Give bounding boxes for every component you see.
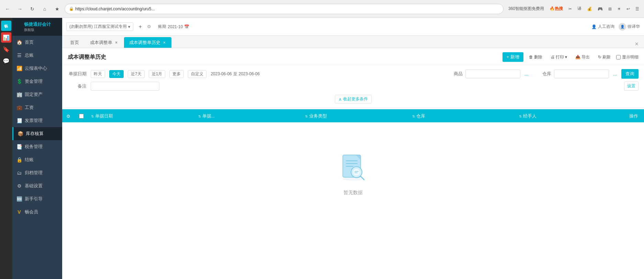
- sidebar-label-vip: 畅会员: [25, 209, 38, 215]
- ledger-icon: ☰: [16, 53, 22, 58]
- image-tool[interactable]: 360智能抠图免费用: [506, 5, 546, 13]
- sidebar-item-reports[interactable]: 📶 云报表中心: [12, 62, 62, 75]
- company-selector[interactable]: (勿删勿禁用) 江西服宝测试专用 ▾: [66, 22, 133, 31]
- sidebar-label-tax: 税务管理: [25, 144, 43, 150]
- warehouse-dots[interactable]: ...: [613, 71, 617, 77]
- display-checkbox[interactable]: [616, 55, 621, 59]
- sidebar-item-fixed-assets[interactable]: 🏢 固定资产: [12, 88, 62, 101]
- hot-search[interactable]: 🔥热搜: [547, 5, 565, 13]
- calendar-icon[interactable]: 📅: [184, 24, 189, 29]
- window-close-button[interactable]: ×: [632, 41, 641, 48]
- sidebar-label-reports: 云报表中心: [25, 65, 47, 71]
- back-button[interactable]: ←: [3, 4, 12, 14]
- th-biz-type[interactable]: ⇅ 业务类型: [302, 113, 409, 119]
- th-number-label: 单据...: [202, 113, 215, 119]
- refresh-button[interactable]: ↻ 刷新: [595, 53, 613, 62]
- date-separator: 至: [233, 71, 237, 77]
- remark-input[interactable]: [91, 82, 159, 91]
- goods-dots[interactable]: ...: [524, 71, 529, 77]
- date-btn-1month[interactable]: 近1月: [149, 70, 166, 78]
- remark-filter-label: 备注: [68, 83, 87, 89]
- column-settings-icon[interactable]: ⚙: [66, 114, 70, 119]
- bookmark-button[interactable]: ★: [52, 4, 62, 14]
- sidebar-logo-sub: 旗舰版: [24, 27, 51, 32]
- gold-tool[interactable]: 💰: [585, 5, 594, 12]
- tab-cost-adjust-close[interactable]: ×: [114, 40, 118, 45]
- th-number[interactable]: ⇅ 单据...: [195, 113, 303, 119]
- inventory-icon: 📦: [18, 131, 23, 136]
- user-menu[interactable]: 👤 徐译华: [619, 23, 640, 31]
- tab-cost-adjust[interactable]: 成本调整单 ×: [85, 37, 123, 48]
- tab-home[interactable]: 首页: [65, 37, 84, 48]
- grid-tool[interactable]: ⊞: [606, 5, 614, 12]
- th-handler[interactable]: ⇅ 经手人: [516, 113, 623, 119]
- goods-filter-label: 商品: [444, 71, 463, 77]
- menu-tool[interactable]: ☰: [633, 5, 641, 12]
- refresh-button[interactable]: ↻: [27, 4, 37, 14]
- tab-home-label: 首页: [70, 40, 79, 46]
- th-warehouse[interactable]: ⇅ 仓库: [409, 113, 517, 119]
- export-button[interactable]: 📤 导出: [573, 53, 592, 62]
- refresh-icon: ↻: [598, 55, 601, 59]
- date-btn-7days[interactable]: 近7天: [128, 70, 145, 78]
- select-all-checkbox[interactable]: [79, 114, 84, 119]
- delete-button[interactable]: 🗑 删除: [526, 53, 545, 62]
- sidebar-label-fixed-assets: 固定资产: [25, 91, 43, 98]
- new-button[interactable]: + 新增: [502, 52, 523, 62]
- sidebar-item-ledger[interactable]: ☰ 总账: [12, 49, 62, 62]
- icon-bar-green[interactable]: 💬: [1, 56, 11, 66]
- th-checkbox[interactable]: [75, 114, 88, 119]
- settings-filter-button[interactable]: 设置: [624, 81, 639, 91]
- translate-tool[interactable]: 译: [575, 5, 584, 13]
- undo-tool[interactable]: ↩: [624, 5, 632, 12]
- date-btn-yesterday[interactable]: 昨天: [91, 70, 105, 78]
- sidebar-item-inventory[interactable]: 📦 库存核算: [12, 127, 62, 140]
- new-label: 新增: [510, 54, 519, 59]
- tab-cost-adjust-history[interactable]: 成本调整单历史 ×: [124, 37, 171, 48]
- icon-bar-logo[interactable]: 畅: [1, 21, 11, 31]
- tab-cost-adjust-history-close[interactable]: ×: [162, 40, 166, 45]
- home-button[interactable]: ⌂: [40, 4, 49, 14]
- main-content: (勿删勿禁用) 江西服宝测试专用 ▾ + ⚙ 账期 2021-10 📅 👤 人工…: [62, 18, 644, 279]
- print-button[interactable]: 🖨 打印 ▾: [548, 53, 570, 62]
- sidebar-item-archive[interactable]: 🗂 归档管理: [12, 166, 62, 179]
- date-btn-today[interactable]: 今天: [109, 70, 124, 78]
- sidebar-item-funds[interactable]: 💲 资金管理: [12, 75, 62, 88]
- sort-handler-icon: ⇅: [519, 114, 522, 118]
- search-button[interactable]: 查询: [621, 69, 639, 79]
- add-tab-button[interactable]: +: [136, 23, 144, 31]
- icon-bar-red[interactable]: 📊: [1, 32, 11, 43]
- page-actions: + 新增 🗑 删除 🖨 打印 ▾ 📤 导出: [502, 52, 639, 62]
- top-bar-right: 👤 人工咨询 👤 徐译华: [591, 23, 640, 31]
- brightness-tool[interactable]: ☀: [615, 5, 623, 12]
- sidebar-item-guide[interactable]: 🆕 新手引导: [12, 192, 62, 205]
- game-tool[interactable]: 🎮: [596, 5, 605, 12]
- sidebar-item-tax[interactable]: 📑 税务管理: [12, 140, 62, 153]
- address-bar[interactable]: 🔒 https://cloud.chanjet.com/accounting/u…: [65, 4, 504, 14]
- sidebar-item-settings[interactable]: ⚙ 基础设置: [12, 179, 62, 192]
- date-btn-more[interactable]: 更多: [169, 70, 184, 78]
- sidebar-item-invoice[interactable]: 🧾 发票管理: [12, 114, 62, 127]
- warehouse-input[interactable]: [554, 69, 609, 78]
- sidebar-item-vip[interactable]: V 畅会员: [12, 205, 62, 219]
- th-settings[interactable]: ⚙: [62, 114, 75, 119]
- sidebar-item-payroll[interactable]: 💼 工资: [12, 101, 62, 114]
- empty-state: 暂无数据: [62, 122, 644, 223]
- goods-input[interactable]: [465, 69, 520, 78]
- sidebar-item-home[interactable]: 🏠 首页: [12, 36, 62, 49]
- icon-bar-orange[interactable]: 🔖: [1, 44, 11, 54]
- sidebar-item-closing[interactable]: 🔒 结账: [12, 153, 62, 166]
- cut-tool[interactable]: ✂: [566, 5, 574, 12]
- tab-bar: 首页 成本调整单 × 成本调整单历史 × ×: [62, 36, 644, 48]
- th-date[interactable]: ⇅ 单据日期: [88, 113, 195, 119]
- invoice-icon: 🧾: [16, 118, 22, 123]
- print-label: 打印: [556, 54, 564, 60]
- forward-button[interactable]: →: [15, 4, 25, 14]
- collapse-button[interactable]: ∧ 收起更多条件: [335, 95, 372, 103]
- display-toggle[interactable]: 显示明细: [616, 54, 639, 60]
- date-btn-custom[interactable]: 自定义: [188, 70, 206, 78]
- settings-gear-icon[interactable]: ⚙: [147, 24, 151, 29]
- home-icon: 🏠: [16, 40, 22, 45]
- consult-button[interactable]: 👤 人工咨询: [591, 24, 614, 30]
- fixed-assets-icon: 🏢: [16, 92, 22, 97]
